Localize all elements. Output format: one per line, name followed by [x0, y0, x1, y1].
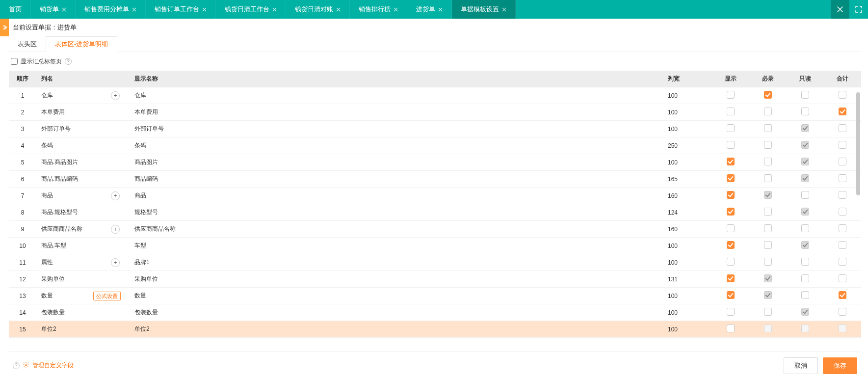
- close-icon[interactable]: [336, 7, 341, 12]
- top-tab-label: 销货单: [40, 5, 59, 14]
- top-tab-label: 销售排行榜: [359, 5, 391, 14]
- top-tab-bar: 首页销货单销售费用分摊单销售订单工作台钱货日清工作台钱货日清对账销售排行榜进货单…: [0, 0, 868, 19]
- close-icon[interactable]: [438, 7, 443, 12]
- close-icon[interactable]: [62, 7, 66, 12]
- top-tab[interactable]: 销售订单工作台: [146, 0, 216, 19]
- top-tab-label: 首页: [9, 5, 22, 14]
- top-tab-label: 进货单: [416, 5, 435, 14]
- top-tab-label: 销售订单工作台: [155, 5, 199, 14]
- top-tab[interactable]: 销售费用分摊单: [76, 0, 146, 19]
- top-tab[interactable]: 钱货日清工作台: [216, 0, 286, 19]
- close-all-tabs-icon[interactable]: [831, 0, 849, 19]
- top-tab[interactable]: 首页: [0, 0, 31, 19]
- top-tab-label: 钱货日清对账: [295, 5, 333, 14]
- close-icon[interactable]: [132, 7, 136, 12]
- top-tab-label: 销售费用分摊单: [84, 5, 129, 14]
- top-tab[interactable]: 进货单: [407, 0, 452, 19]
- top-tab[interactable]: 销货单: [31, 0, 76, 19]
- top-tab-label: 单据模板设置: [461, 5, 499, 14]
- close-icon[interactable]: [502, 7, 506, 12]
- top-tab[interactable]: 销售排行榜: [350, 0, 407, 19]
- top-tab[interactable]: 单据模板设置: [452, 0, 516, 19]
- close-icon[interactable]: [202, 7, 207, 12]
- close-icon[interactable]: [394, 7, 398, 12]
- top-tab[interactable]: 钱货日清对账: [286, 0, 350, 19]
- top-tab-label: 钱货日清工作台: [225, 5, 269, 14]
- close-icon[interactable]: [272, 7, 277, 12]
- fullscreen-icon[interactable]: [849, 0, 868, 19]
